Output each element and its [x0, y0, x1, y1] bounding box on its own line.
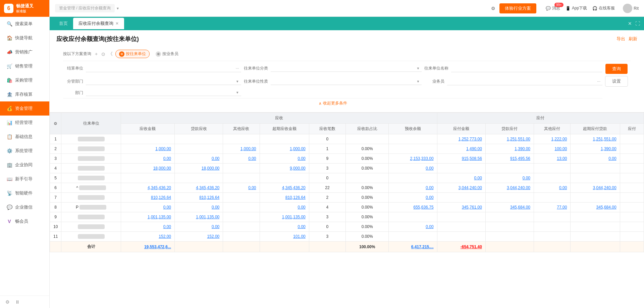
- table-cell[interactable]: 1,252,773.00: [437, 134, 485, 144]
- filter-input-jiesuan[interactable]: ···: [86, 64, 241, 72]
- sidebar-item-guide[interactable]: 📖 新手引导: [0, 172, 49, 186]
- filter-input-wanglaifenlei[interactable]: ▼: [271, 65, 422, 72]
- table-cell[interactable]: 0.00: [121, 203, 174, 212]
- table-cell[interactable]: 0.00: [175, 154, 223, 164]
- table-cell[interactable]: 0.00: [121, 222, 174, 232]
- collapse-sidebar-icon[interactable]: ⏸: [15, 299, 20, 305]
- tab-close-icon[interactable]: ✕: [115, 21, 119, 26]
- table-cell[interactable]: 13.00: [534, 154, 571, 164]
- user-avatar[interactable]: Rit: [620, 4, 639, 13]
- table-cell[interactable]: 2,153,333.00: [389, 154, 437, 164]
- table-cell[interactable]: 3,044,240.00: [485, 183, 534, 193]
- scheme-by-partner[interactable]: ⊕ 按往来单位: [115, 50, 150, 58]
- app-download-action[interactable]: 📱 App下载: [566, 5, 587, 11]
- filter-input-fenguan[interactable]: ▼: [86, 78, 241, 85]
- table-cell[interactable]: 1,000.00: [260, 144, 309, 154]
- table-cell[interactable]: 152.00: [121, 232, 174, 241]
- table-cell[interactable]: 1,001,135.00: [260, 212, 309, 222]
- table-cell[interactable]: 0.00: [223, 183, 260, 193]
- table-cell[interactable]: 810,126.64: [121, 193, 174, 203]
- table-cell[interactable]: 101.00: [260, 232, 309, 241]
- filter-input-yewuyuan[interactable]: ···: [447, 78, 602, 85]
- table-cell[interactable]: 810,126.64: [260, 193, 309, 203]
- table-cell[interactable]: 3,044,240.00: [571, 183, 620, 193]
- table-cell[interactable]: 1,490.00: [437, 144, 485, 154]
- table-cell[interactable]: 0.00: [175, 222, 223, 232]
- query-button[interactable]: 查询: [605, 64, 628, 74]
- total-ap-amount[interactable]: -654,751.40: [437, 241, 485, 252]
- edit-scheme-icon[interactable]: ⊙: [101, 51, 105, 57]
- collapse-filter-button[interactable]: ∧ 收起更多条件: [63, 98, 602, 108]
- table-cell[interactable]: 1,390.00: [485, 144, 534, 154]
- sidebar-item-wechat[interactable]: 💬 企业微信: [0, 200, 49, 214]
- table-cell[interactable]: 3,044,240.00: [437, 183, 485, 193]
- col-settings-header[interactable]: ⚙: [50, 113, 61, 134]
- table-cell[interactable]: 18,000.00: [121, 164, 174, 173]
- table-cell[interactable]: 0.00: [437, 173, 485, 183]
- table-cell[interactable]: 1,390.00: [571, 144, 620, 154]
- table-cell[interactable]: 0.00: [534, 183, 571, 193]
- table-cell[interactable]: 345,761.00: [437, 203, 485, 212]
- sidebar-item-vip[interactable]: V 畅会员: [0, 214, 49, 228]
- filter-input-bumen[interactable]: ▼: [86, 89, 241, 96]
- refresh-button[interactable]: 刷新: [629, 36, 637, 42]
- table-cell[interactable]: 655,636.75: [389, 203, 437, 212]
- table-cell[interactable]: 0.00: [389, 183, 437, 193]
- filter-yewuyuan-dots[interactable]: ···: [597, 79, 600, 84]
- table-cell[interactable]: 1,251,551.00: [485, 134, 534, 144]
- tab-home[interactable]: 首页: [54, 18, 73, 29]
- filter-input-wanglaioxing[interactable]: ▼: [271, 78, 422, 85]
- sidebar-item-system[interactable]: ⚙️ 系统管理: [0, 144, 49, 158]
- table-cell[interactable]: 100.00: [534, 144, 571, 154]
- add-scheme-icon[interactable]: ＋: [94, 51, 99, 57]
- sidebar-item-finance[interactable]: 💰 资金管理: [0, 101, 49, 116]
- online-service-action[interactable]: 🎧 在线客服: [592, 5, 615, 11]
- table-cell[interactable]: 0.00: [389, 222, 437, 232]
- window-close-icon[interactable]: ✕: [628, 21, 632, 26]
- table-cell[interactable]: 1,222.00: [534, 134, 571, 144]
- table-cell[interactable]: 4,345,436.20: [260, 183, 309, 193]
- table-cell[interactable]: 1,000.00: [121, 144, 174, 154]
- sidebar-item-quick-nav[interactable]: 🏠 快捷导航: [0, 31, 49, 45]
- filter-jiesuan-dots[interactable]: ···: [236, 66, 239, 71]
- sidebar-item-hardware[interactable]: 📡 智能硬件: [0, 186, 49, 200]
- sidebar-item-purchase[interactable]: 🛍️ 采购管理: [0, 73, 49, 87]
- window-maximize-icon[interactable]: ⛶: [635, 21, 640, 26]
- table-cell[interactable]: 345,684.00: [485, 203, 534, 212]
- table-cell[interactable]: 4,345,436.20: [175, 183, 223, 193]
- table-cell[interactable]: 915,508.56: [437, 154, 485, 164]
- table-cell[interactable]: 0.00: [485, 173, 534, 183]
- collapse-scheme-icon[interactable]: 《: [108, 51, 113, 57]
- table-cell[interactable]: 9,000.00: [260, 164, 309, 173]
- table-cell[interactable]: 0.00: [175, 203, 223, 212]
- table-cell[interactable]: 1,001,135.00: [175, 212, 223, 222]
- table-cell[interactable]: 0.00: [389, 164, 437, 173]
- table-cell[interactable]: 0.00: [260, 222, 309, 232]
- table-cell[interactable]: 77.00: [534, 203, 571, 212]
- topbar-gear-icon[interactable]: ⚙: [491, 6, 495, 11]
- filter-input-wanglaiming[interactable]: [451, 64, 602, 72]
- settings-bottom-icon[interactable]: ⚙: [5, 299, 10, 305]
- table-cell[interactable]: 4,345,436.20: [121, 183, 174, 193]
- table-cell[interactable]: 915,495.56: [485, 154, 534, 164]
- sidebar-item-sales[interactable]: 🛒 销售管理: [0, 59, 49, 73]
- scheme-by-salesperson[interactable]: ⊕ 按业务员: [152, 50, 182, 58]
- table-cell[interactable]: 0.00: [260, 154, 309, 164]
- sidebar-item-marketing[interactable]: 📣 营销推广: [0, 45, 49, 59]
- table-cell[interactable]: 1,251,551.00: [571, 134, 620, 144]
- table-cell[interactable]: 1,001,135.00: [121, 212, 174, 222]
- set-button[interactable]: 设置: [605, 76, 628, 87]
- table-cell[interactable]: 0.00: [121, 154, 174, 164]
- sidebar-item-basic[interactable]: 📋 基础信息: [0, 130, 49, 144]
- table-cell[interactable]: 0.00: [260, 203, 309, 212]
- table-cell[interactable]: 0.00: [389, 193, 437, 203]
- total-ar-amount[interactable]: 19,553,472,6...: [121, 241, 174, 252]
- tab-ar-ap[interactable]: 应收应付余额查询 ✕: [73, 18, 124, 29]
- table-cell[interactable]: 0.00: [223, 154, 260, 164]
- message-action[interactable]: 💬 消息 99+: [546, 5, 560, 11]
- sidebar-item-corp[interactable]: 🏢 企业协同: [0, 158, 49, 172]
- cta-button[interactable]: 体验行业方案: [499, 3, 536, 13]
- export-button[interactable]: 导出: [616, 36, 625, 42]
- table-cell[interactable]: 810,126.64: [175, 193, 223, 203]
- table-cell[interactable]: 18,000.00: [175, 164, 223, 173]
